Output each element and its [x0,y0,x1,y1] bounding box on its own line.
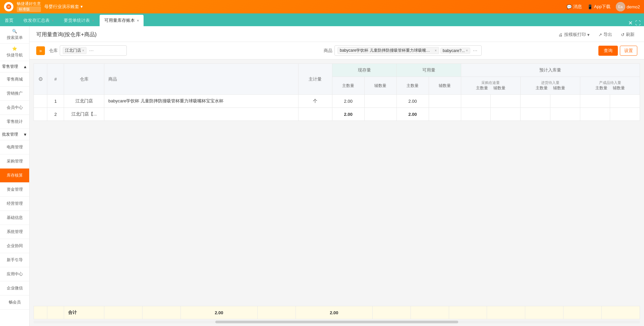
current-main-header: 主数量 [332,77,364,95]
row2-num: 2 [47,108,64,121]
product-more-btn[interactable]: ··· [472,48,479,54]
product-tag-1[interactable]: babycare学饮杯 儿童防摔防撞吸管杯重力球吸嘴杯宝宝水杯 × [337,47,439,54]
sidebar-item-enterprise[interactable]: 企业协同 [0,239,29,253]
sidebar-item-retail-stats[interactable]: 零售统计 [0,115,29,129]
sidebar-item-member[interactable]: 畅会员 [0,295,29,310]
row1-warehouse: 江北门店 [64,95,104,108]
chevron-down-icon-2: ▼ [23,132,27,137]
col-settings-header[interactable]: ⚙ [34,64,47,95]
sidebar-item-retail-management[interactable]: 零售管理 ▲ [0,61,29,73]
scrollbar-thumb [215,321,458,323]
logo-icon: 财 [4,2,13,11]
sidebar-item-inventory[interactable]: 库存核算 [0,169,29,183]
purchase-transit-header: 采购在途量 主数量 辅数量 [461,77,521,95]
export-icon: ↗ [598,32,602,37]
sidebar-item-finance[interactable]: 资金管理 [0,183,29,197]
col-warehouse-header: 仓库 [64,64,104,95]
row2-inbound-aux [550,108,580,121]
row1-num: 1 [47,95,64,108]
col-unit-header: 主计量 [299,64,332,95]
user-profile[interactable]: Ea demo2 [616,2,640,11]
close-tab-3[interactable]: × [137,18,139,22]
sidebar-item-wholesale[interactable]: 批发管理 ▼ [0,129,29,140]
filter-actions: 查询 设置 [598,46,637,56]
inbound-pending-header: 进货待入量 主数量 辅数量 [521,77,580,95]
svg-text:财: 财 [7,5,10,8]
warehouse-more-btn[interactable]: ··· [88,48,95,54]
warehouse-label: 仓库 [49,48,58,54]
gear-icon[interactable]: ⚙ [38,76,43,82]
col-current-qty-header: 现存量 [332,64,396,77]
settings-btn[interactable]: 设置 [620,46,637,56]
download-icon: 📱 [587,4,593,9]
col-available-qty-header: 可用量 [396,64,461,77]
top-bar: 财 畅捷通好生意 标准版 母婴行业演示账套 ▾ 💬 消息 📱 App下载 Ea … [0,0,644,13]
horizontal-scrollbar[interactable] [34,321,640,323]
row1-purchase-main [461,95,491,108]
filter-toggle-btn[interactable]: » [36,46,45,55]
row2-purchase-main [461,108,491,121]
sidebar: 🔍 搜索菜单 ⭐ 快捷导航 零售管理 ▲ 零售商城 营销推广 会员中心 零售统计… [0,26,30,326]
sidebar-search-menu[interactable]: 🔍 搜索菜单 [0,26,29,44]
tab-inventory-summary[interactable]: 收发存汇总表 × [19,15,58,26]
table-row: 1 江北门店 babycare学饮杯 儿童防摔防撞吸管杯重力球吸嘴杯宝宝水杯 个… [34,95,640,108]
sidebar-item-app-center[interactable]: 应用中心 [0,267,29,281]
col-num-header: # [47,64,64,95]
nav-right-icons: ✕ ⛶ [625,20,644,26]
tab-order-stats[interactable]: 要货单统计表 × [59,15,99,26]
sidebar-item-purchase[interactable]: 采购管理 [0,154,29,169]
print-template-btn[interactable]: 🖨 按模板打印 ▾ [556,30,592,39]
close-tab-1[interactable]: × [52,18,54,22]
row1-purchase-aux [491,95,521,108]
sidebar-item-marketing[interactable]: 营销推广 [0,87,29,101]
total-table: 合计 2.00 2.00 [34,306,640,319]
tab-home[interactable]: 首页 [0,15,18,26]
row2-settings [34,108,47,121]
warehouse-input[interactable]: 江北门店 × ··· [60,45,127,56]
svg-text:Ea: Ea [618,5,623,9]
sidebar-item-ecommerce[interactable]: 电商管理 [0,140,29,154]
product-input[interactable]: babycare学饮杯 儿童防摔防撞吸管杯重力球吸嘴杯宝宝水杯 × babyca… [334,45,482,56]
sidebar-item-retail-mall[interactable]: 零售商城 [0,73,29,87]
row2-purchase-aux [491,108,521,121]
logo-text: 畅捷通好生意 标准版 [17,1,41,12]
remove-product-tag-1[interactable]: × [435,49,437,52]
row2-inbound-main [521,108,550,121]
query-btn[interactable]: 查询 [598,46,618,56]
close-window-icon[interactable]: ✕ [628,20,633,26]
refresh-btn[interactable]: ↺ 刷新 [618,30,637,39]
row2-product [104,108,299,121]
app-download-action[interactable]: 📱 App下载 [587,4,610,10]
sidebar-item-system[interactable]: 系统管理 [0,225,29,239]
sidebar-item-operations[interactable]: 经营管理 [0,197,29,211]
warehouse-tag-1[interactable]: 江北门店 × [63,47,87,54]
print-icon: 🖨 [558,32,563,37]
row2-current-main: 2.00 [332,108,364,121]
message-icon: 💬 [567,4,572,9]
message-action[interactable]: 💬 消息 [567,4,582,10]
remove-warehouse-tag-1[interactable]: × [82,49,84,52]
remove-product-tag-2[interactable]: × [466,49,468,52]
warehouse-filter-group: 仓库 江北门店 × ··· [49,45,320,56]
row2-unit [299,108,332,121]
row1-product: babycare学饮杯 儿童防摔防撞吸管杯重力球吸嘴杯宝宝水杯 [104,95,299,108]
data-table: ⚙ # 仓库 商品 主计量 现存量 可用量 预计入库量 主数量 [34,63,640,121]
sidebar-quick-nav[interactable]: ⭐ 快捷导航 [0,44,29,61]
industry-selector[interactable]: 母婴行业演示账套 ▾ [44,4,83,10]
sidebar-item-newbie[interactable]: 新手引导 [0,253,29,267]
tab-available-inventory[interactable]: 可用量库存账本 × [100,15,144,26]
sidebar-item-wechat[interactable]: 企业微信 [0,281,29,295]
close-tab-2[interactable]: × [92,18,94,22]
top-bar-left: 财 畅捷通好生意 标准版 母婴行业演示账套 ▾ [4,1,83,12]
row1-available-aux [429,95,461,108]
export-btn[interactable]: ↗ 导出 [596,30,615,39]
sidebar-item-membership[interactable]: 会员中心 [0,101,29,115]
maximize-icon[interactable]: ⛶ [635,20,641,26]
product-tag-2[interactable]: babycare?... × [440,48,470,54]
sidebar-item-basic-info[interactable]: 基础信息 [0,211,29,225]
product-label: 商品 [324,48,332,54]
chevron-up-icon: ▲ [23,64,27,69]
row2-production-main [580,108,610,121]
print-chevron-icon: ▾ [587,32,590,37]
row1-current-aux [364,95,396,108]
